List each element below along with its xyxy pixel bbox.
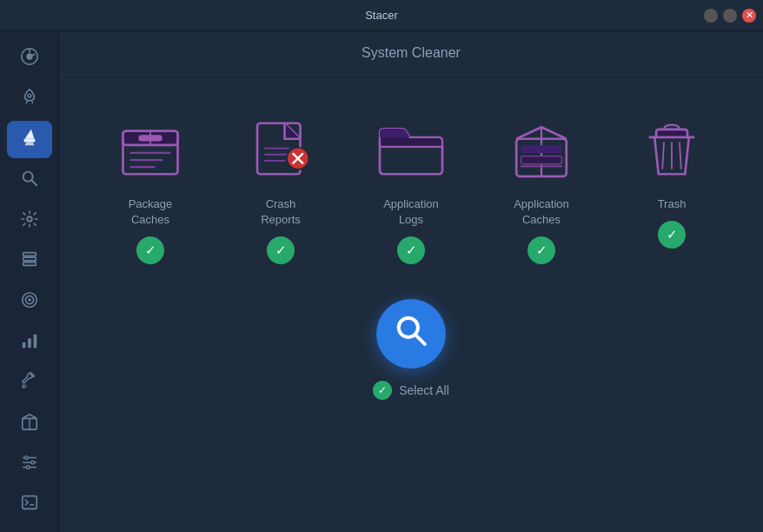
rocket-icon	[20, 88, 39, 111]
svg-line-3	[31, 54, 35, 56]
svg-rect-10	[23, 257, 36, 261]
svg-rect-26	[22, 496, 36, 509]
close-button[interactable]: ✕	[742, 9, 756, 23]
svg-rect-31	[139, 135, 163, 141]
svg-rect-11	[23, 263, 36, 266]
trash-check[interactable]: ✓	[658, 221, 686, 249]
trash-label: Trash	[658, 196, 687, 212]
main-content: System Cleaner	[59, 31, 763, 532]
application-caches-check[interactable]: ✓	[527, 236, 555, 264]
svg-line-51	[416, 336, 425, 344]
svg-rect-9	[23, 253, 36, 256]
window-controls: – □ ✕	[704, 9, 756, 23]
application-caches-icon	[494, 110, 589, 188]
sidebar-item-uninstaller[interactable]	[7, 243, 52, 280]
svg-rect-17	[33, 334, 36, 348]
minimize-button[interactable]: –	[704, 9, 718, 23]
svg-point-4	[28, 94, 31, 97]
svg-point-6	[23, 172, 32, 182]
sidebar-item-services[interactable]	[7, 203, 52, 240]
scan-search-icon	[395, 314, 428, 354]
cleaner-grid: PackageCaches ✓	[59, 75, 763, 282]
page-title: System Cleaner	[362, 45, 461, 61]
scan-button[interactable]	[376, 299, 446, 369]
target-icon	[20, 290, 39, 314]
app-layout: System Cleaner	[0, 31, 763, 532]
svg-point-24	[30, 461, 34, 464]
package-caches-check[interactable]: ✓	[136, 236, 164, 264]
sidebar-item-stats[interactable]	[7, 324, 52, 362]
page-header: System Cleaner	[59, 31, 763, 75]
trash-icon	[624, 110, 720, 188]
cleaner-item-application-logs[interactable]: ApplicationLogs ✓	[359, 110, 463, 264]
cleaner-item-application-caches[interactable]: ApplicationCaches ✓	[489, 110, 594, 264]
application-logs-icon	[363, 110, 459, 188]
svg-rect-45	[521, 156, 562, 164]
package-caches-icon	[103, 110, 198, 188]
terminal-icon	[20, 493, 39, 516]
svg-rect-16	[28, 338, 31, 348]
scan-area: ✓ Select All	[59, 282, 763, 426]
cleaner-item-trash[interactable]: Trash ✓	[620, 110, 724, 249]
crash-reports-icon	[233, 110, 328, 188]
application-logs-label: ApplicationLogs	[383, 196, 439, 228]
maximize-button[interactable]: □	[723, 9, 737, 23]
dashboard-icon	[20, 47, 39, 70]
cleaner-item-package-caches[interactable]: PackageCaches ✓	[98, 110, 202, 264]
sidebar-item-tools[interactable]	[7, 364, 52, 402]
crash-reports-check[interactable]: ✓	[267, 236, 295, 264]
tools-icon	[20, 371, 39, 395]
svg-line-7	[31, 181, 36, 186]
chart-icon	[20, 331, 39, 355]
sidebar-item-startup[interactable]	[7, 81, 52, 118]
sidebar-item-dashboard[interactable]	[7, 40, 52, 77]
svg-point-1	[26, 53, 32, 59]
title-bar: Stacer – □ ✕	[0, 0, 763, 31]
sidebar-item-sliders[interactable]	[7, 446, 52, 483]
layers-icon	[20, 249, 39, 273]
crash-reports-label: CrashReports	[261, 196, 301, 228]
sidebar	[0, 31, 59, 532]
svg-point-14	[28, 298, 31, 302]
svg-rect-15	[22, 342, 25, 347]
cleaner-item-crash-reports[interactable]: CrashReports ✓	[229, 110, 333, 264]
svg-point-25	[26, 465, 30, 469]
sidebar-item-cleaner[interactable]	[7, 121, 52, 158]
svg-point-23	[24, 456, 28, 459]
gear-icon	[20, 209, 39, 233]
svg-rect-5	[23, 139, 35, 143]
app-title: Stacer	[365, 9, 398, 22]
sidebar-item-search[interactable]	[7, 162, 52, 199]
select-all-check[interactable]: ✓	[373, 381, 392, 400]
application-logs-check[interactable]: ✓	[397, 236, 425, 264]
svg-point-8	[27, 216, 32, 222]
sidebar-item-terminal[interactable]	[7, 486, 52, 523]
search-icon	[20, 169, 39, 192]
broom-icon	[20, 128, 39, 151]
sliders-icon	[20, 453, 39, 476]
sidebar-item-resources[interactable]	[7, 283, 52, 321]
package-caches-label: PackageCaches	[129, 196, 173, 228]
select-all-label: Select All	[399, 383, 449, 397]
svg-rect-44	[521, 145, 562, 153]
application-caches-label: ApplicationCaches	[514, 196, 569, 228]
select-all-row[interactable]: ✓ Select All	[373, 381, 449, 400]
package-icon	[20, 412, 39, 436]
sidebar-item-packages[interactable]	[7, 405, 52, 442]
